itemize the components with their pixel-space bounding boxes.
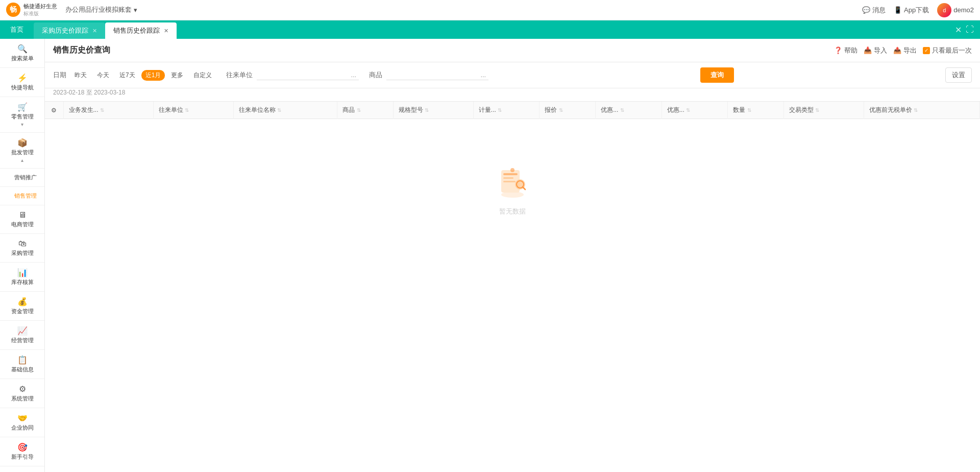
partner-label: 往来单位 [226,70,253,80]
sidebar-item-quicknav[interactable]: ⚡ 快捷导航 [0,68,44,97]
sidebar-system-label: 系统管理 [11,395,34,403]
tab-bar-actions: ✕ ⛶ [955,25,980,35]
th-price-label: 报价 [545,106,557,113]
sidebar-search-label: 搜索菜单 [11,55,34,62]
empty-state: 暂无数据 [45,119,980,257]
tab-sales-history[interactable]: 销售历史价跟踪 ✕ [105,22,177,39]
th-discount1[interactable]: 优惠... ⇅ [596,102,662,119]
sidebar-item-basic[interactable]: 📋 基础信息 [0,350,44,379]
tab-purchase-history[interactable]: 采购历史价跟踪 ✕ [34,22,105,39]
th-trade-type-label: 交易类型 [789,106,814,113]
sidebar-retail-label: 零售管理 [11,113,34,121]
content-area: 销售历史价查询 ❓ 帮助 📥 导入 📤 导出 ✓ [45,39,980,472]
sidebar-item-search[interactable]: 🔍 搜索菜单 [0,39,44,68]
chevron-up-icon: ▴ [21,157,23,163]
partner-filter-group: 往来单位 ... [226,70,359,80]
wholesale-icon: 📦 [17,138,28,148]
sidebar-item-purchase[interactable]: 🛍 采购管理 [0,234,44,263]
sort-arrows-spec: ⇅ [425,107,429,113]
sidebar-item-wholesale[interactable]: 📦 批发管理 ▴ [0,133,44,169]
sidebar: 🔍 搜索菜单 ⚡ 快捷导航 🛒 零售管理 ▾ 📦 批发管理 ▴ 营销推广 销售管… [0,39,45,472]
th-settings[interactable]: ⚙ [45,102,63,119]
sort-arrows-goods: ⇅ [357,107,361,113]
sidebar-collab-label: 企业协同 [11,424,34,432]
th-biz-date-label: 业务发生... [69,106,99,113]
sidebar-item-appcenter[interactable]: 📱 应用中心 [0,466,44,472]
th-spec[interactable]: 规格型号 ⇅ [394,102,474,119]
inventory-icon: 📊 [17,268,28,277]
company-selector[interactable]: 办公用品行业模拟账套 ▾ [61,3,141,16]
sidebar-basic-label: 基础信息 [11,366,34,373]
sort-arrows-price: ⇅ [559,107,563,113]
sidebar-wholesale-label: 批发管理 [11,149,34,156]
sidebar-item-finance[interactable]: 💰 资金管理 [0,292,44,321]
import-label: 导入 [874,46,887,55]
partner-dots[interactable]: ... [351,71,356,79]
th-trade-type[interactable]: 交易类型 ⇅ [784,102,864,119]
filter-bar: 日期 昨天 今天 近7天 近1月 更多 自定义 往来单位 ... 商品 [45,62,980,88]
svg-rect-3 [503,177,513,179]
th-partner[interactable]: 往来单位 ⇅ [153,102,233,119]
settings-button[interactable]: 设置 [945,67,972,83]
tab-bar: 首页 采购历史价跟踪 ✕ 销售历史价跟踪 ✕ ✕ ⛶ [0,20,980,39]
date-btn-1month[interactable]: 近1月 [141,70,165,81]
sidebar-item-guide[interactable]: 🎯 新手引导 [0,437,44,466]
sort-arrows-partner-name: ⇅ [277,107,281,113]
th-price[interactable]: 报价 ⇅ [540,102,596,119]
partner-input[interactable] [257,71,349,79]
sort-arrows-biz: ⇅ [100,107,104,113]
sort-arrows-pretax: ⇅ [914,107,918,113]
th-discount2-label: 优惠... [667,106,684,113]
th-quantity-label: 数量 [733,106,745,113]
sidebar-item-operation[interactable]: 📈 经营管理 [0,321,44,350]
sidebar-item-inventory[interactable]: 📊 库存核算 [0,263,44,292]
system-icon: ⚙ [19,384,26,394]
date-btn-7days[interactable]: 近7天 [115,70,139,81]
help-button[interactable]: ❓ 帮助 [834,46,857,55]
th-pretax-price[interactable]: 优惠前无税单价 ⇅ [864,102,979,119]
date-btn-today[interactable]: 今天 [93,70,113,81]
sidebar-item-marketing[interactable]: 营销推广 [0,169,44,187]
th-biz-date[interactable]: 业务发生... ⇅ [63,102,153,119]
app-download-action[interactable]: 📱 App下载 [894,6,929,15]
settings-icon: ⚙ [51,107,57,114]
tab-sales-close[interactable]: ✕ [164,28,168,34]
th-partner-name-label: 往来单位名称 [239,106,276,113]
th-partner-name[interactable]: 往来单位名称 ⇅ [233,102,337,119]
export-button[interactable]: 📤 导出 [893,46,917,55]
sort-arrows-unit: ⇅ [498,107,502,113]
collab-icon: 🤝 [17,413,28,423]
date-btn-more[interactable]: 更多 [167,70,187,81]
logo-text: 畅捷通好生意 [23,3,57,10]
close-window-icon[interactable]: ✕ [955,25,962,35]
only-last-checkbox[interactable]: ✓ 只看最后一次 [923,46,972,55]
goods-filter-group: 商品 ... [369,70,488,80]
top-bar-right: 💬 消息 📱 App下载 d demo2 [862,3,974,17]
import-button[interactable]: 📥 导入 [864,46,887,55]
purchase-icon: 🛍 [18,239,27,248]
tab-home[interactable]: 首页 [0,20,34,39]
expand-icon[interactable]: ⛶ [966,25,974,34]
sidebar-item-collab[interactable]: 🤝 企业协同 [0,408,44,437]
quicknav-icon: ⚡ [17,73,28,83]
user-area[interactable]: d demo2 [937,3,974,17]
message-action[interactable]: 💬 消息 [862,6,886,15]
message-label: 消息 [872,6,886,15]
sidebar-item-retail[interactable]: 🛒 零售管理 ▾ [0,97,44,133]
th-goods[interactable]: 商品 ⇅ [337,102,394,119]
th-discount2[interactable]: 优惠... ⇅ [662,102,727,119]
date-btn-yesterday[interactable]: 昨天 [70,70,91,81]
sidebar-guide-label: 新手引导 [11,453,34,461]
goods-input[interactable] [386,71,478,79]
guide-icon: 🎯 [17,442,28,452]
date-btn-custom[interactable]: 自定义 [189,70,216,81]
query-button[interactable]: 查询 [700,67,734,83]
sidebar-item-system[interactable]: ⚙ 系统管理 [0,379,44,408]
goods-dots[interactable]: ... [480,71,486,79]
th-quantity[interactable]: 数量 ⇅ [728,102,784,119]
sidebar-item-sales[interactable]: 销售管理 [0,187,44,205]
th-unit[interactable]: 计量... ⇅ [473,102,539,119]
sidebar-item-ecommerce[interactable]: 🖥 电商管理 [0,205,44,234]
date-label: 日期 [53,70,66,80]
tab-purchase-close[interactable]: ✕ [92,28,97,34]
